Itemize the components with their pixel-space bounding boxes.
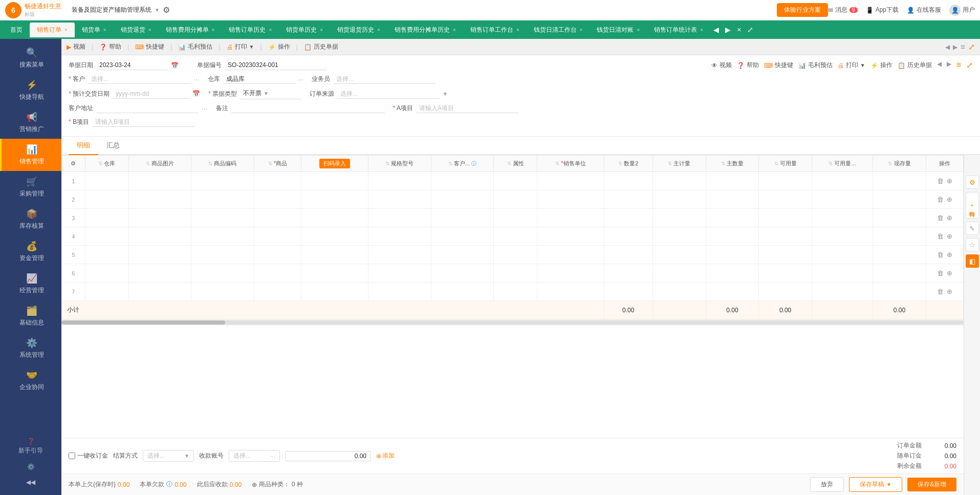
a-project-input[interactable]	[416, 103, 518, 113]
message-item[interactable]: ✉ 消息 9	[828, 6, 858, 14]
add-payment-button[interactable]: ⊕ 添加	[376, 451, 395, 460]
tab-sales-return[interactable]: 销货退货 ×	[114, 23, 159, 37]
copy-icon[interactable]: ⊕	[947, 214, 952, 222]
tab-detail[interactable]: 明细	[69, 137, 98, 155]
sidebar-item-search[interactable]: 🔍 搜索菜单	[0, 42, 61, 74]
delete-icon[interactable]: 🗑	[937, 288, 944, 295]
customer-input[interactable]	[88, 74, 190, 84]
delete-icon[interactable]: 🗑	[937, 232, 944, 240]
tab-invoice-history[interactable]: 销货单历史 ×	[279, 23, 330, 37]
expand-icon[interactable]: ⤢	[968, 42, 975, 52]
view-btn[interactable]: 👁 视频	[711, 60, 732, 70]
close-icon[interactable]: ×	[148, 27, 151, 33]
delete-icon[interactable]: 🗑	[937, 251, 944, 259]
tab-daily-clear-workbench[interactable]: 钱货日清工作台 ×	[527, 23, 590, 37]
copy-icon[interactable]: ⊕	[947, 177, 952, 185]
app-download-item[interactable]: 📱 App下载	[866, 6, 899, 14]
sidebar-item-collab[interactable]: 🤝 企业协同	[0, 364, 61, 397]
discard-button[interactable]: 放弃	[810, 477, 844, 492]
account-select[interactable]: 选择... ···	[229, 450, 280, 462]
draft-arrow-icon[interactable]: ▼	[886, 482, 891, 487]
industry-solution-button[interactable]: 体验行业方案	[777, 3, 828, 17]
scan-button[interactable]: 扫码录入	[319, 159, 350, 168]
toolbar-actions[interactable]: ⚡ 操作	[268, 42, 290, 51]
right-edit-button[interactable]: ✎	[966, 222, 979, 235]
tab-daily-reconcile[interactable]: 钱货日清对账 ×	[590, 23, 647, 37]
close-icon[interactable]: ×	[377, 27, 380, 33]
help-btn[interactable]: ❓ 帮助	[737, 60, 759, 70]
calendar-icon[interactable]: 📅	[171, 62, 179, 69]
close-icon[interactable]: ×	[212, 27, 215, 33]
tab-summary[interactable]: 汇总	[98, 137, 128, 155]
toolbar-print[interactable]: 🖨 打印 ▼	[227, 42, 254, 51]
toolbar-history[interactable]: 📋 历史单据	[304, 42, 338, 51]
customer-more-icon[interactable]: ···	[193, 75, 200, 83]
tab-sales-expense-split[interactable]: 销售费用分摊单 ×	[159, 23, 222, 37]
order-source-input[interactable]	[337, 89, 440, 99]
tab-sales-invoice[interactable]: 销货单 ×	[75, 23, 114, 37]
delete-icon[interactable]: 🗑	[937, 269, 944, 277]
ops-btn[interactable]: ⚡ 操作	[870, 60, 892, 70]
history-btn[interactable]: 📋 历史单据	[898, 60, 932, 70]
sidebar-collapse-button[interactable]: ◀◀	[0, 475, 61, 490]
nav-prev2-icon[interactable]: ◀	[937, 60, 942, 70]
tab-sales-statistics[interactable]: 销售订单统计表 ×	[647, 23, 710, 37]
close-icon[interactable]: ×	[637, 27, 640, 33]
tab-return-history[interactable]: 销货退货历史 ×	[330, 23, 387, 37]
dropdown-arrow-icon[interactable]: ▼	[155, 7, 160, 13]
close-icon[interactable]: ×	[700, 27, 703, 33]
tab-next-icon[interactable]: ▶	[722, 26, 734, 34]
warehouse-more-icon[interactable]: ···	[298, 75, 304, 83]
nav-prev-icon[interactable]: ◀	[945, 44, 950, 51]
tab-prev-icon[interactable]: ◀	[710, 26, 722, 34]
save-draft-button[interactable]: 保存草稿 ▼	[849, 477, 902, 492]
remark-input[interactable]	[231, 103, 385, 113]
profit-btn[interactable]: 📊 毛利预估	[798, 60, 833, 70]
copy-icon[interactable]: ⊕	[947, 251, 952, 259]
invoice-select[interactable]: 不开票 ▼	[240, 88, 301, 99]
sidebar-item-guide[interactable]: ❓ 新手引导	[0, 434, 61, 459]
scrollbar-thumb[interactable]	[61, 320, 225, 325]
layout-icon[interactable]: ≡	[961, 42, 965, 52]
sidebar-item-ops[interactable]: 📈 经营管理	[0, 268, 61, 300]
sidebar-item-system[interactable]: ⚙️ 系统管理	[0, 332, 61, 364]
tab-expense-history[interactable]: 销售费用分摊单历史 ×	[387, 23, 463, 37]
delivery-input[interactable]	[113, 89, 189, 99]
sidebar-item-purchase[interactable]: 🛒 采购管理	[0, 171, 61, 203]
b-project-input[interactable]	[92, 117, 194, 127]
right-star-button[interactable]: ☆	[966, 238, 979, 251]
delete-icon[interactable]: 🗑	[937, 196, 944, 203]
salesrep-input[interactable]	[333, 74, 435, 84]
amount-input[interactable]	[285, 451, 371, 461]
tab-sales-order[interactable]: 销售订单 ×	[30, 23, 75, 37]
tab-close-all-icon[interactable]: ×	[734, 26, 744, 34]
tab-sales-order-history[interactable]: 销售订单历史 ×	[222, 23, 279, 37]
settlement-select[interactable]: 选择... ▼	[143, 450, 194, 462]
user-item[interactable]: 👤 用户	[949, 5, 975, 16]
address-more-icon[interactable]: ···	[202, 104, 208, 113]
docnum-input[interactable]	[225, 60, 327, 70]
right-active-button[interactable]: ◧	[966, 254, 979, 268]
print-btn[interactable]: 🖨 打印 ▼	[838, 60, 865, 70]
tab-expand-icon[interactable]: ⤢	[744, 26, 756, 34]
one-click-input[interactable]	[69, 453, 75, 459]
copy-icon[interactable]: ⊕	[947, 288, 952, 295]
copy-icon[interactable]: ⊕	[947, 196, 952, 203]
sidebar-item-inventory[interactable]: 📦 库存核算	[0, 203, 61, 235]
sidebar-item-baseinfo[interactable]: 🗂️ 基础信息	[0, 300, 61, 332]
delete-icon[interactable]: 🗑	[937, 214, 944, 222]
warehouse-input[interactable]	[223, 74, 295, 84]
toolbar-profit[interactable]: 📊 毛利预估	[178, 42, 212, 51]
address-input[interactable]	[96, 103, 199, 113]
sidebar-item-marketing[interactable]: 📢 营销推广	[0, 106, 61, 139]
col-settings[interactable]: ⚙	[62, 156, 85, 172]
toolbar-view[interactable]: ▶ 视频	[67, 42, 85, 51]
tab-home[interactable]: 首页	[3, 23, 30, 37]
close-icon[interactable]: ×	[64, 27, 68, 33]
close-icon[interactable]: ×	[453, 27, 456, 33]
online-service-item[interactable]: 👤 在线客服	[907, 6, 941, 14]
close-icon[interactable]: ×	[516, 27, 519, 33]
copy-icon[interactable]: ⊕	[947, 232, 952, 240]
nav-next-icon[interactable]: ▶	[953, 44, 957, 51]
right-addrow-button[interactable]: +物料	[966, 192, 979, 219]
